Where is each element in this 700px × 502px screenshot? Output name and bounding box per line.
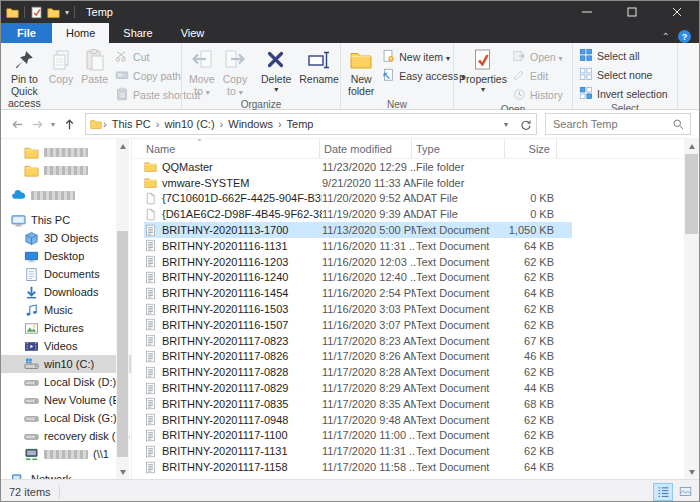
sidebar-item-local-disk-d[interactable]: Local Disk (D:) <box>1 373 131 391</box>
sidebar-item-label: Desktop <box>44 250 84 262</box>
sidebar-item-music[interactable]: Music <box>1 301 131 319</box>
edit-button[interactable]: Edit <box>509 67 566 85</box>
sidebar-scroll-down-icon[interactable] <box>116 465 129 479</box>
tab-home[interactable]: Home <box>52 23 109 43</box>
table-row[interactable]: BRITHNY-20201117-094811/17/2020 9:48 AMT… <box>144 412 572 428</box>
table-row[interactable]: BRITHNY-20201117-083511/17/2020 8:35 AMT… <box>144 396 572 412</box>
select-all-button[interactable]: Select all <box>576 47 671 65</box>
breadcrumb-segment[interactable]: This PC <box>108 118 155 130</box>
sidebar-item-redacted[interactable] <box>1 186 131 204</box>
history-button[interactable]: History <box>509 86 566 104</box>
table-row[interactable]: vmware-SYSTEM9/21/2020 11:33 AMFile fold… <box>144 175 572 191</box>
list-scroll-up-icon[interactable] <box>684 139 699 153</box>
table-row[interactable]: BRITHNY-20201116-120311/16/2020 12:03 ..… <box>144 254 572 270</box>
sidebar-item-documents[interactable]: Documents <box>1 265 131 283</box>
file-name: BRITHNY-20201116-1503 <box>162 303 288 315</box>
select-none-button[interactable]: Select none <box>576 66 671 84</box>
column-header-date-modified[interactable]: Date modified <box>320 139 412 158</box>
new-folder-quick-icon[interactable] <box>47 6 60 19</box>
column-header-type[interactable]: Type <box>412 139 505 158</box>
table-row[interactable]: BRITHNY-20201117-082811/17/2020 8:28 AMT… <box>144 364 572 380</box>
sidebar-item-redacted[interactable] <box>1 161 131 179</box>
search-input[interactable] <box>546 118 666 130</box>
tab-file[interactable]: File <box>1 23 52 43</box>
ribbon-collapse-icon[interactable]: ⌃ <box>662 31 670 42</box>
breadcrumb-segment[interactable]: Windows <box>224 118 277 130</box>
table-row[interactable]: BRITHNY-20201113-170011/13/2020 5:00 PMT… <box>144 222 572 238</box>
copy-button[interactable]: Copy <box>45 45 78 87</box>
sidebar-item-local-disk-g[interactable]: Local Disk (G:) <box>1 409 131 427</box>
forward-button[interactable] <box>27 113 47 135</box>
paste-button[interactable]: Paste <box>77 45 112 87</box>
address-bar[interactable]: ›This PC›win10 (C:)›Windows›Temp ▾ <box>85 113 537 135</box>
breadcrumb-segment[interactable]: win10 (C:) <box>160 118 218 130</box>
sidebar-item-redacted[interactable] <box>1 143 131 161</box>
date-modified-cell: 11/17/2020 11:58 ... <box>322 461 416 473</box>
sidebar-item-downloads[interactable]: Downloads <box>1 283 131 301</box>
properties-quick-icon[interactable] <box>30 6 43 19</box>
sidebar-item-videos[interactable]: Videos <box>1 337 131 355</box>
sidebar-scroll-up-icon[interactable] <box>116 139 129 153</box>
column-header-name[interactable]: Name ⌃ <box>132 139 320 158</box>
sidebar-item-win10-c[interactable]: win10 (C:) <box>1 355 131 373</box>
table-row[interactable]: BRITHNY-20201117-082611/17/2020 8:26 AMT… <box>144 349 572 365</box>
sidebar-item-network[interactable]: Network <box>1 470 131 479</box>
table-row[interactable]: QQMaster11/23/2020 12:29 ...File folder <box>144 159 572 175</box>
table-row[interactable]: BRITHNY-20201117-082311/17/2020 8:23 AMT… <box>144 333 572 349</box>
column-header-size[interactable]: Size <box>505 139 557 158</box>
table-row[interactable]: {7C10601D-662F-4425-904F-B3B2BC43E6...11… <box>144 191 572 207</box>
up-button[interactable] <box>59 113 79 135</box>
minimize-button[interactable] <box>564 1 609 23</box>
table-row[interactable]: BRITHNY-20201116-113111/16/2020 11:31 ..… <box>144 238 572 254</box>
file-list-scrollbar[interactable] <box>684 139 699 479</box>
tab-share[interactable]: Share <box>109 23 166 43</box>
address-dropdown-icon[interactable]: ▾ <box>498 120 514 129</box>
list-scroll-down-icon[interactable] <box>684 465 699 479</box>
navigation-pane: This PC3D ObjectsDesktopDocumentsDownloa… <box>1 139 131 479</box>
table-row[interactable]: BRITHNY-20201116-124011/16/2020 12:40 ..… <box>144 270 572 286</box>
qat-customize-dropdown-icon[interactable]: ▾ <box>65 8 69 17</box>
invert-selection-button[interactable]: Invert selection <box>576 85 671 103</box>
refresh-icon[interactable] <box>514 114 536 134</box>
table-row[interactable]: BRITHNY-20201117-115811/17/2020 11:58 ..… <box>144 459 572 475</box>
thumbnails-view-button[interactable] <box>675 483 695 501</box>
close-button[interactable] <box>654 1 699 23</box>
move-to-button[interactable]: Move to ▾ <box>185 45 219 99</box>
sidebar-item-1[interactable]: (\\1 <box>1 445 131 463</box>
sidebar-item-desktop[interactable]: Desktop <box>1 247 131 265</box>
table-row[interactable]: BRITHNY-20201117-110011/17/2020 11:00 ..… <box>144 428 572 444</box>
table-row[interactable]: BRITHNY-20201116-145411/16/2020 2:54 PMT… <box>144 285 572 301</box>
sidebar-item-pictures[interactable]: Pictures <box>1 319 131 337</box>
pin-to-quick-access-button[interactable]: Pin to Quick access <box>4 45 45 111</box>
search-icon[interactable] <box>666 118 690 131</box>
table-row[interactable]: BRITHNY-20201117-113111/17/2020 11:31 ..… <box>144 443 572 459</box>
recent-locations-dropdown-icon[interactable]: ▾ <box>47 120 59 129</box>
file-name: vmware-SYSTEM <box>162 177 249 189</box>
sidebar-scrollbar[interactable] <box>116 139 129 479</box>
help-icon[interactable]: ? <box>678 30 691 43</box>
sidebar-scroll-thumb[interactable] <box>117 231 128 457</box>
copy-to-button[interactable]: Copy to ▾ <box>219 45 252 99</box>
table-row[interactable]: BRITHNY-20201116-150711/16/2020 3:07 PMT… <box>144 317 572 333</box>
sidebar-item-3d-objects[interactable]: 3D Objects <box>1 229 131 247</box>
open-button[interactable]: Open ▾ <box>509 48 566 66</box>
table-row[interactable]: {D61AE6C2-D98F-4B45-9F62-389EEBB27A...11… <box>144 206 572 222</box>
list-scroll-thumb[interactable] <box>685 154 698 234</box>
table-row[interactable]: BRITHNY-20201117-082911/17/2020 8:29 AMT… <box>144 380 572 396</box>
rename-button[interactable]: Rename <box>295 45 343 87</box>
back-button[interactable] <box>7 113 27 135</box>
sidebar-item-recovery-disk-k[interactable]: recovery disk (K:) <box>1 427 131 445</box>
sidebar-item-new-volume-e[interactable]: New Volume (E:) <box>1 391 131 409</box>
sidebar-item-this-pc[interactable]: This PC <box>1 211 131 229</box>
breadcrumb-segment[interactable]: Temp <box>283 118 318 130</box>
maximize-button[interactable] <box>609 1 654 23</box>
redacted-label <box>31 191 75 200</box>
details-view-button[interactable] <box>653 483 673 501</box>
new-folder-button[interactable]: New folder <box>344 45 378 99</box>
folder-icon <box>144 160 157 173</box>
tab-view[interactable]: View <box>167 23 219 43</box>
table-row[interactable]: BRITHNY-20201116-150311/16/2020 3:03 PMT… <box>144 301 572 317</box>
delete-button[interactable]: Delete ▾ <box>257 45 295 96</box>
properties-button[interactable]: Properties ▾ <box>457 45 509 96</box>
invert-selection-icon <box>579 86 593 102</box>
